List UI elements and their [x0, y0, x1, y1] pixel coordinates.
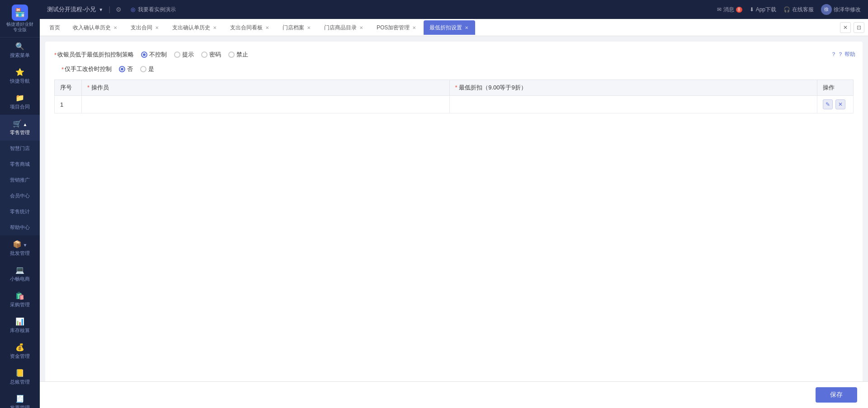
tab-pos-security[interactable]: POS加密管理 ✕: [371, 20, 423, 35]
cell-operator[interactable]: [82, 96, 450, 113]
th-action: 操作: [817, 80, 854, 96]
chart-icon: 📊: [15, 317, 24, 326]
table-row: 1 ✎ ✕: [55, 96, 854, 113]
radio-yes[interactable]: 是: [140, 65, 154, 73]
tab-close-pos-security[interactable]: ✕: [411, 25, 417, 31]
tab-close-payment-board[interactable]: ✕: [264, 25, 270, 31]
tab-payment-confirm-history[interactable]: 支出确认单历史 ✕: [166, 20, 223, 35]
cell-min-discount[interactable]: [449, 96, 817, 113]
action-buttons: ✎ ✕: [823, 99, 848, 109]
tab-store-archive-label: 门店档案: [283, 24, 304, 32]
tab-store-catalog-label: 门店商品目录: [324, 24, 357, 32]
radio-forbid[interactable]: 禁止: [228, 51, 248, 59]
sidebar-item-smart-store[interactable]: 智慧门店: [0, 141, 40, 156]
sidebar-item-wholesale[interactable]: 📦 ▼ 批发管理: [0, 235, 40, 261]
maximize-button[interactable]: ⊡: [854, 22, 864, 33]
sidebar-nav: 🔍 搜索菜单 ⭐ 快捷导航 📁 项目合同 🛒 ▲ 零售管理 智慧门店 零售商城 …: [0, 38, 40, 408]
messages-button[interactable]: ✉ 消息 8: [717, 6, 742, 14]
form-row-1: * 收银员低于最低折扣控制策略 不控制 提示 密码: [54, 51, 854, 59]
sidebar-item-purchase[interactable]: 🛍️ 采购管理: [0, 287, 40, 313]
radio-password[interactable]: 密码: [201, 51, 221, 59]
sidebar-item-label: 搜索菜单: [10, 52, 30, 59]
help-link[interactable]: ？ ？ 帮助: [831, 51, 855, 58]
app-download-button[interactable]: ⬇ App下载: [750, 6, 776, 14]
content-area: ？ ？ 帮助 * 收银员低于最低折扣控制策略 不控制 提示: [40, 36, 868, 408]
radio-no-control-circle: [141, 52, 147, 58]
page-panel: ？ ？ 帮助 * 收银员低于最低折扣控制策略 不控制 提示: [45, 42, 863, 391]
question-icon: ？: [831, 51, 836, 58]
tab-payment-confirm-history-label: 支出确认单历史: [172, 24, 210, 32]
tab-store-catalog[interactable]: 门店商品目录 ✕: [318, 20, 370, 35]
required-star-2: *: [61, 66, 64, 73]
tab-payment-contract-label: 支出合同: [131, 24, 152, 32]
online-service-button[interactable]: 🎧 在线客服: [783, 6, 814, 14]
sidebar-item-project[interactable]: 📁 项目合同: [0, 89, 40, 115]
tab-payment-contract[interactable]: 支出合同 ✕: [125, 20, 165, 35]
tab-close-income-history[interactable]: ✕: [113, 25, 118, 31]
sidebar-item-member[interactable]: 会员中心: [0, 188, 40, 204]
radio-no[interactable]: 否: [119, 65, 133, 73]
tab-income-history-label: 收入确认单历史: [73, 24, 111, 32]
tab-close-store-catalog[interactable]: ✕: [359, 25, 364, 31]
sidebar-item-search[interactable]: 🔍 搜索菜单: [0, 38, 40, 63]
tab-close-payment-confirm-history[interactable]: ✕: [212, 25, 217, 31]
sidebar-item-invoice[interactable]: 🧾 发票管理: [0, 390, 40, 408]
ledger-icon: 📒: [15, 369, 24, 377]
tab-close-payment-contract[interactable]: ✕: [154, 25, 160, 31]
tab-income-history[interactable]: 收入确认单历史 ✕: [67, 20, 124, 35]
folder-icon: 📁: [15, 94, 24, 102]
cell-seq: 1: [55, 96, 82, 113]
download-icon: ⬇: [750, 6, 754, 13]
sidebar-item-inventory[interactable]: 📊 库存核算: [0, 313, 40, 338]
star-icon: ⭐: [15, 68, 24, 76]
radio-remind[interactable]: 提示: [174, 51, 194, 59]
required-star-1: *: [54, 52, 57, 58]
tab-close-min-discount[interactable]: ✕: [464, 25, 469, 31]
tab-pos-security-label: POS加密管理: [377, 24, 410, 32]
delete-row-button[interactable]: ✕: [835, 99, 845, 109]
invoice-icon: 🧾: [15, 394, 24, 403]
table-body: 1 ✎ ✕: [55, 96, 854, 113]
operator-input[interactable]: [87, 101, 444, 108]
tab-min-discount-label: 最低折扣设置: [429, 24, 462, 32]
sidebar-item-retail[interactable]: 🛒 ▲ 零售管理: [0, 115, 40, 141]
sidebar-item-help-center[interactable]: 帮助中心: [0, 220, 40, 235]
sidebar-item-ecommerce[interactable]: 💻 小畅电商: [0, 261, 40, 287]
topbar-project[interactable]: 测试分开流程-小兄 ▼: [47, 5, 103, 14]
tab-payment-board-label: 支出合同看板: [230, 24, 263, 32]
tabbar: 首页 收入确认单历史 ✕ 支出合同 ✕ 支出确认单历史 ✕ 支出合同看板 ✕ 门…: [40, 19, 868, 36]
tab-min-discount[interactable]: 最低折扣设置 ✕: [424, 20, 475, 35]
tab-home[interactable]: 首页: [43, 20, 66, 35]
main-area: 测试分开流程-小兄 ▼ | ⚙ ◎ 我要看实例演示 ✉ 消息 8 ⬇ App下载…: [40, 0, 868, 408]
sidebar-item-shortcut[interactable]: ⭐ 快捷导航: [0, 63, 40, 89]
help-text: ？ 帮助: [838, 51, 855, 58]
chevron-down-icon: ▼: [99, 7, 103, 12]
th-operator: * 操作员: [82, 80, 450, 96]
tab-close-store-archive[interactable]: ✕: [306, 25, 311, 31]
radio-forbid-circle: [228, 52, 235, 58]
tab-payment-board[interactable]: 支出合同看板 ✕: [224, 20, 276, 35]
sidebar-item-marketing[interactable]: 营销推广: [0, 172, 40, 188]
sidebar-item-retail-stats[interactable]: 零售统计: [0, 204, 40, 220]
user-profile-button[interactable]: 徐 徐泽华修改: [821, 4, 861, 15]
tab-store-archive[interactable]: 门店档案 ✕: [277, 20, 317, 35]
sidebar-item-online-store[interactable]: 零售商城: [0, 156, 40, 172]
sidebar-item-ledger[interactable]: 📒 总账管理: [0, 364, 40, 390]
radio-no-control[interactable]: 不控制: [141, 51, 167, 59]
app-logo-text: 畅捷通好业财 专业版: [6, 22, 33, 33]
radio-password-circle: [201, 52, 208, 58]
demo-text: 我要看实例演示: [138, 6, 176, 14]
topbar-right: ✉ 消息 8 ⬇ App下载 🎧 在线客服 徐 徐泽华修改: [717, 4, 861, 15]
radio-no-circle: [119, 66, 125, 72]
save-button[interactable]: 保存: [816, 387, 857, 403]
search-icon: 🔍: [15, 42, 24, 51]
topbar-demo[interactable]: ◎ 我要看实例演示: [131, 6, 176, 14]
settings-gear-icon[interactable]: ⚙: [116, 6, 122, 13]
radio-group-1: 不控制 提示 密码 禁止: [141, 51, 248, 59]
min-discount-input[interactable]: [455, 101, 812, 108]
radio-remind-circle: [174, 52, 180, 58]
table-header: 序号 * 操作员 * 最低折扣（9.00等于9折） 操作: [55, 80, 854, 96]
sidebar-item-capital[interactable]: 💰 资金管理: [0, 338, 40, 364]
close-tab-button[interactable]: ✕: [840, 22, 851, 33]
edit-row-button[interactable]: ✎: [823, 99, 833, 109]
